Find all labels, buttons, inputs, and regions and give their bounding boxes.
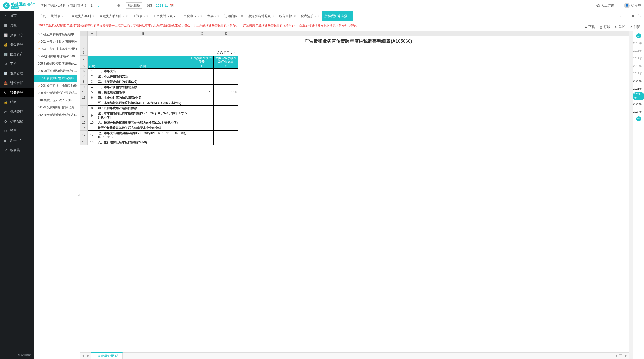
cell-value-1[interactable] [189,131,214,140]
tab-close-icon[interactable]: × [177,14,178,18]
row-header[interactable]: 4 [80,56,88,64]
tab[interactable]: 工资统计报表▾× [151,11,181,21]
reset-button[interactable]: ↻重置 [615,25,625,29]
year-item[interactable]: 2022年 [633,92,644,100]
nav-item[interactable]: 🛡税务管理 [0,88,34,97]
year-down-icon[interactable]: ︾ [636,116,641,121]
year-item[interactable]: 2018年 [633,62,644,70]
cell-value-2[interactable] [214,111,238,120]
tab-close-icon[interactable]: × [126,14,128,18]
tab-close-icon[interactable]: × [200,14,202,18]
cell-value-2[interactable] [214,85,238,90]
cell-value-1[interactable] [189,95,214,100]
row-header[interactable]: 8 [80,79,88,85]
col-header-d[interactable]: D [214,31,238,36]
sheet-scroll-thumb[interactable] [619,354,622,357]
cell-value-2[interactable] [214,69,238,74]
username[interactable]: 徐泽华 [631,3,641,8]
cell-value-2[interactable] [214,120,238,125]
form-list-item[interactable]: 007-广告费和业务宣传费跨… [34,75,77,82]
form-list-item[interactable]: 001-企业所得税年度纳税申… [34,31,77,38]
row-header[interactable]: 1 [80,36,88,46]
cell-value-1[interactable] [189,79,214,85]
year-up-icon[interactable]: ︽ [636,33,641,38]
account-chevron-icon[interactable]: ⌄ [97,4,100,8]
nav-item[interactable]: G小畅报销 [0,117,34,126]
form-list-item[interactable]: ?008-资产折旧、摊销及纳税… [34,82,77,89]
tab[interactable]: 工资表▾× [130,11,151,21]
calendar-icon[interactable]: 📅 [170,4,174,7]
col-header-a[interactable]: A [88,31,97,36]
sheet-next-icon[interactable]: ▶ [86,354,91,357]
year-item[interactable]: 2019年 [633,70,644,77]
nav-item[interactable]: 🗂工资 [0,59,34,69]
cell-value-2[interactable] [214,79,238,85]
year-item[interactable]: 2020年 [633,77,644,85]
tab[interactable]: 税务申报× [277,11,298,21]
nav-item[interactable]: ☰总账 [0,21,34,30]
tab[interactable]: 进销台账▾× [222,11,245,21]
switch-old-button[interactable]: 切到旧版 [126,2,142,9]
row-header[interactable]: 9 [80,85,88,90]
support-link[interactable]: 🎧 人工咨询 [596,3,614,8]
nav-item[interactable]: 📈报表中心 [0,30,34,40]
row-header[interactable]: 2 [80,46,88,50]
cell-value-2[interactable] [214,125,238,131]
row-header[interactable]: 11 [80,95,88,100]
col-header-c[interactable]: C [190,31,214,36]
tab[interactable]: 存货别名对照表× [245,11,277,21]
tab-close-icon[interactable]: × [317,14,319,18]
cell-value-1[interactable] [189,106,214,111]
form-list-item[interactable]: 006-职工薪酬纳税调整明细… [34,67,77,75]
row-header[interactable]: 5 [80,64,88,69]
cell-value-1[interactable]: 0.15 [189,90,214,95]
row-header[interactable]: 17 [80,131,88,140]
cell-value-2[interactable] [214,106,238,111]
form-list-item[interactable]: ?003-一般企业成本支出明细… [34,45,77,53]
sheet-tab[interactable]: 广宣费调整明细表 [91,352,123,359]
select-all-cell[interactable] [80,31,88,36]
tab[interactable]: 发票▾× [205,11,222,21]
tab[interactable]: 税表清册▾× [298,11,322,21]
tabs-fullscreen-icon[interactable]: ⛶ [636,14,641,19]
year-item[interactable]: 2021年 [633,85,644,92]
tab[interactable]: 首页 [37,11,48,21]
sheet-scroll-left-icon[interactable]: ◀ [613,354,619,357]
row-header[interactable]: 7 [80,74,88,79]
row-header[interactable]: 13 [80,106,88,111]
nav-item[interactable]: 📥进销台账 [0,78,34,88]
download-button[interactable]: ⇩下载 [585,25,595,29]
print-button[interactable]: 🖨打印 [599,25,610,29]
form-list-item[interactable]: 005-纳税调整项目明细表(A1… [34,60,77,67]
cell-value-1[interactable] [189,140,214,145]
year-item[interactable]: 2017年 [633,54,644,62]
nav-item[interactable]: 🧾发票管理 [0,69,34,78]
account-name[interactable]: 刘小艳演示账套（勿删勿动！）1 [41,3,93,8]
tab[interactable]: 所得税汇算清缴× [322,11,353,21]
nav-item[interactable]: 🔒结账 [0,97,34,107]
tabs-prev-icon[interactable]: ‹ [618,14,623,19]
row-header[interactable]: 18 [80,140,88,145]
year-item[interactable]: 2023年 [633,100,644,108]
cell-value-1[interactable] [189,85,214,90]
tab-close-icon[interactable]: × [241,14,243,18]
tab-close-icon[interactable]: × [272,14,274,18]
tab-close-icon[interactable]: × [294,14,296,18]
year-item[interactable]: 2015年 [633,39,644,47]
row-header[interactable]: 15 [80,120,88,125]
row-header[interactable]: 6 [80,69,88,74]
collapse-handle[interactable]: ◁ [77,31,80,359]
form-list-item[interactable]: ?002-一般企业收入明细表(A1… [34,38,77,45]
tab[interactable]: 固定资产明细账▾× [97,11,130,21]
cell-value-1[interactable] [189,111,214,120]
cell-value-2[interactable] [214,95,238,100]
nav-unpin[interactable]: ◀ 取消固定 [0,351,34,359]
add-icon[interactable]: ＋ [107,3,111,9]
tab[interactable]: 个税申报▾× [181,11,205,21]
cell-value-2[interactable] [214,100,238,106]
refresh-button[interactable]: ⟳刷新 [630,25,640,29]
year-item[interactable]: 2016年 [633,47,644,54]
nav-item[interactable]: 🗃归档管理 [0,107,34,117]
tab-close-icon[interactable]: × [65,14,66,18]
row-header[interactable]: 10 [80,90,88,95]
